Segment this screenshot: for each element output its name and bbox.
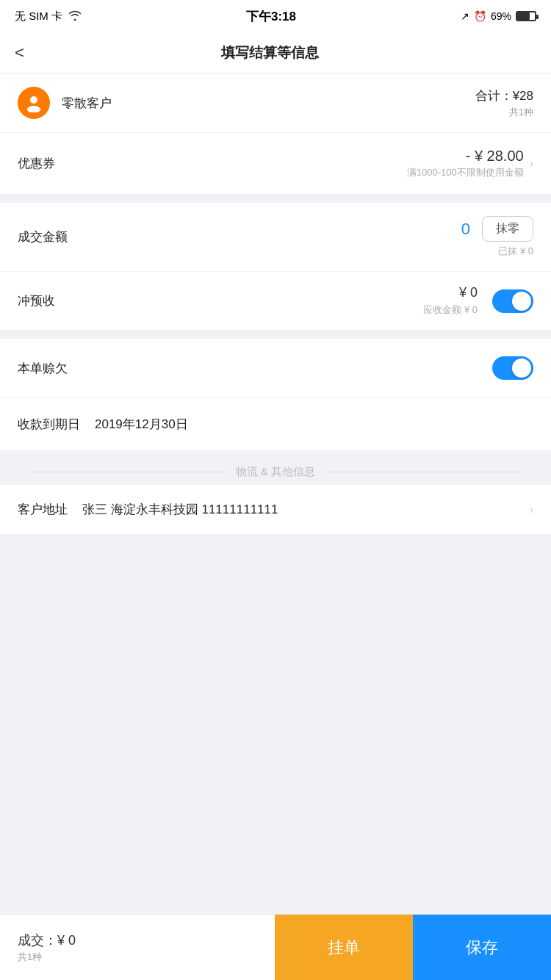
prepay-receivable: 应收金额 ¥ 0 — [423, 303, 478, 317]
duedate-label: 收款到期日 — [18, 416, 80, 433]
divider-line-left — [29, 472, 224, 472]
status-time: 下午3:18 — [246, 8, 296, 25]
back-button[interactable]: < — [15, 37, 33, 68]
content: 零散客户 合计：¥28 共1种 优惠券 - ¥ 28.00 满1000-100不… — [0, 73, 551, 616]
status-left: 无 SIM 卡 — [15, 10, 82, 24]
total-count: 共1种 — [475, 106, 533, 119]
avatar — [18, 87, 50, 119]
coupon-label: 优惠券 — [18, 155, 76, 172]
save-button[interactable]: 保存 — [413, 915, 551, 981]
address-chevron-icon: › — [530, 503, 533, 516]
page-title: 填写结算等信息 — [33, 43, 507, 62]
coupon-info: - ¥ 28.00 满1000-100不限制使用金额 — [407, 148, 524, 179]
deal-sub: 已抹 ¥ 0 — [448, 245, 533, 258]
battery-percent: 69% — [491, 10, 511, 22]
coupon-right: - ¥ 28.00 满1000-100不限制使用金额 › — [407, 148, 533, 179]
address-card: 客户地址 张三 海淀永丰科技园 11111111111 › — [0, 485, 551, 534]
bottom-deal-label: 成交： — [18, 933, 57, 948]
debt-row: 本单赊欠 — [0, 339, 551, 398]
svg-point-1 — [27, 106, 40, 112]
deal-right: 0 抹零 已抹 ¥ 0 — [448, 216, 533, 258]
prepay-values: ¥ 0 应收金额 ¥ 0 — [423, 285, 478, 317]
coupon-desc: 满1000-100不限制使用金额 — [407, 166, 524, 179]
debt-toggle[interactable] — [492, 356, 533, 380]
battery-icon — [516, 11, 536, 21]
divider-line-right — [327, 472, 522, 472]
duedate-row: 收款到期日 2019年12月30日 — [0, 398, 551, 450]
logistics-divider: 物流 & 其他信息 — [0, 465, 551, 479]
prepay-amount: ¥ 0 — [423, 285, 478, 300]
status-bar: 无 SIM 卡 下午3:18 ↗ ⏰ 69% — [0, 0, 551, 32]
bottom-info: 成交：¥ 0 共1种 — [0, 932, 275, 964]
total-amount: 合计：¥28 — [475, 87, 533, 104]
address-value: 张三 海淀永丰科技园 11111111111 — [82, 501, 524, 518]
location-icon: ↗ — [461, 10, 469, 22]
svg-point-0 — [30, 96, 37, 104]
deal-number[interactable]: 0 — [448, 220, 470, 239]
customer-name: 零散客户 — [62, 95, 112, 112]
debt-card: 本单赊欠 收款到期日 2019年12月30日 — [0, 339, 551, 450]
debt-label: 本单赊欠 — [18, 360, 76, 377]
logistics-section: 物流 & 其他信息 — [0, 459, 551, 485]
duedate-value: 2019年12月30日 — [95, 416, 188, 433]
debt-toggle-knob — [512, 359, 531, 378]
bottom-deal-amount: ¥ 0 — [57, 933, 76, 948]
logistics-label: 物流 & 其他信息 — [236, 465, 315, 479]
prepay-row: 冲预收 ¥ 0 应收金额 ¥ 0 — [0, 272, 551, 330]
customer-total: 合计：¥28 共1种 — [475, 87, 533, 119]
coupon-amount: - ¥ 28.00 — [407, 148, 524, 165]
address-label: 客户地址 — [18, 501, 76, 518]
wifi-icon — [68, 10, 82, 23]
alarm-icon: ⏰ — [474, 10, 486, 22]
chevron-right-icon: › — [530, 157, 533, 170]
coupon-row[interactable]: 优惠券 - ¥ 28.00 满1000-100不限制使用金额 › — [0, 132, 551, 194]
bottom-count: 共1种 — [18, 951, 257, 964]
prepay-right: ¥ 0 应收金额 ¥ 0 — [423, 285, 533, 317]
deal-amount-row: 成交金额 0 抹零 已抹 ¥ 0 — [0, 203, 551, 272]
toggle-knob — [512, 292, 531, 311]
deal-label: 成交金额 — [18, 228, 76, 245]
no-sim-text: 无 SIM 卡 — [15, 10, 62, 24]
prepay-toggle[interactable] — [492, 289, 533, 313]
deal-value-area: 0 抹零 — [448, 216, 533, 242]
deal-card: 成交金额 0 抹零 已抹 ¥ 0 冲预收 ¥ 0 应收金额 ¥ 0 — [0, 203, 551, 330]
customer-row: 零散客户 合计：¥28 共1种 — [0, 73, 551, 132]
bottom-deal-text: 成交：¥ 0 — [18, 932, 257, 949]
prepay-label: 冲预收 — [18, 292, 76, 309]
bottom-bar: 成交：¥ 0 共1种 挂单 保存 — [0, 914, 551, 980]
customer-card: 零散客户 合计：¥28 共1种 优惠券 - ¥ 28.00 满1000-100不… — [0, 73, 551, 194]
nav-bar: < 填写结算等信息 — [0, 32, 551, 73]
status-right: ↗ ⏰ 69% — [461, 10, 536, 22]
address-row[interactable]: 客户地址 张三 海淀永丰科技园 11111111111 › — [0, 485, 551, 534]
hold-button[interactable]: 挂单 — [275, 915, 413, 981]
round-zero-button[interactable]: 抹零 — [482, 216, 533, 242]
